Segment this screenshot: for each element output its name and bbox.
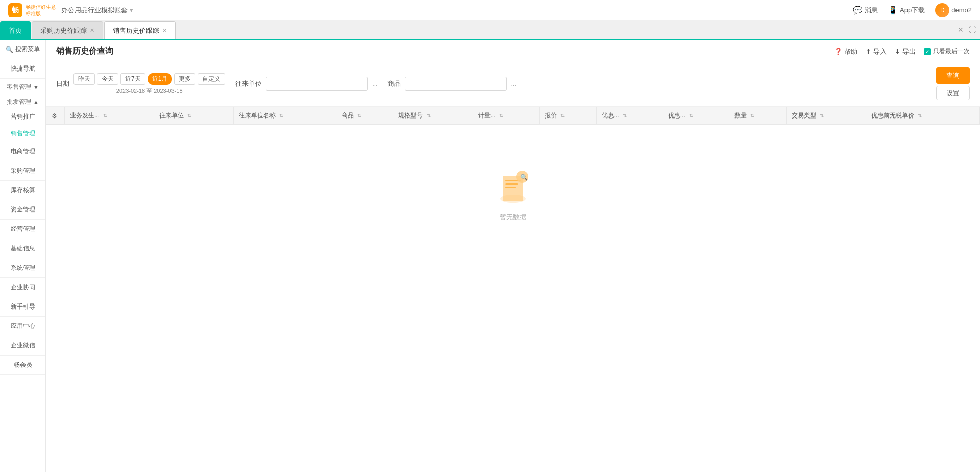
tab-sales-close[interactable]: ✕ — [162, 28, 167, 33]
export-btn[interactable]: ⬇ 导出 — [895, 47, 916, 56]
product-dots[interactable]: ... — [511, 80, 516, 87]
sort-icon-product: ⇅ — [357, 113, 361, 119]
message-btn[interactable]: 💬 消息 — [853, 6, 878, 15]
date-btn-today[interactable]: 今天 — [97, 73, 118, 85]
import-btn[interactable]: ⬆ 导入 — [866, 47, 887, 56]
query-button[interactable]: 查询 — [936, 67, 970, 84]
marketing-label: 营销推广 — [11, 113, 35, 120]
sort-icon-no-tax-price: ⇅ — [918, 113, 922, 119]
sort-icon-biz-date: ⇅ — [103, 113, 107, 119]
col-trade-type[interactable]: 交易类型 ⇅ — [786, 107, 866, 125]
counterpart-dots[interactable]: ... — [372, 80, 377, 87]
purchase-label: 采购管理 — [11, 167, 35, 175]
settings-button[interactable]: 设置 — [936, 86, 970, 100]
sidebar-item-finance[interactable]: 资金管理 — [0, 200, 45, 220]
counterpart-filter: 往来单位 ... — [235, 77, 377, 91]
date-btn-7days[interactable]: 近7天 — [120, 73, 145, 85]
date-btn-1month[interactable]: 近1月 — [148, 73, 173, 85]
tab-purchase-history[interactable]: 采购历史价跟踪 ✕ — [32, 21, 103, 39]
export-icon: ⬇ — [895, 48, 900, 55]
sidebar-item-sales[interactable]: 销售管理 — [0, 125, 45, 142]
sidebar-item-search[interactable]: 🔍 搜索菜单 — [0, 40, 45, 59]
app-selector[interactable]: 办公用品行业模拟账套 ▾ — [61, 6, 133, 15]
col-counterpart-name-label: 往来单位名称 — [239, 112, 276, 119]
tab-home-label: 首页 — [9, 26, 22, 35]
product-input[interactable] — [405, 77, 507, 91]
sort-icon-discount2: ⇅ — [689, 113, 693, 119]
col-unit[interactable]: 计量... ⇅ — [473, 107, 539, 125]
date-btn-more[interactable]: 更多 — [174, 73, 195, 85]
col-price[interactable]: 报价 ⇅ — [539, 107, 596, 125]
sidebar-item-purchase[interactable]: 采购管理 — [0, 161, 45, 181]
header-left: 畅 畅捷信好生意 标准版 办公用品行业模拟账套 ▾ — [8, 3, 133, 17]
col-settings[interactable]: ⚙ — [46, 107, 65, 125]
help-btn[interactable]: ❓ 帮助 — [834, 47, 857, 56]
app-title: 办公用品行业模拟账套 — [61, 6, 128, 15]
ecommerce-label: 电商管理 — [11, 147, 35, 156]
sidebar-item-marketing[interactable]: 营销推广 — [0, 108, 45, 125]
wholesale-arrow: ▲ — [33, 99, 39, 106]
col-price-label: 报价 — [545, 112, 557, 119]
tab-purchase-close[interactable]: ✕ — [90, 28, 94, 33]
import-icon: ⬆ — [866, 48, 871, 55]
sort-icon-spec: ⇅ — [427, 113, 431, 119]
tab-home[interactable]: 首页 — [0, 21, 31, 39]
top-header: 畅 畅捷信好生意 标准版 办公用品行业模拟账套 ▾ 💬 消息 📱 App下载 D… — [0, 0, 980, 20]
logo-icon: 畅 — [8, 3, 22, 17]
sidebar-item-retail[interactable]: 零售管理 ▼ — [0, 79, 45, 93]
search-icon: 🔍 — [6, 46, 13, 53]
date-buttons: 昨天 今天 近7天 近1月 更多 自定义 2023-02-18 至 2023-0… — [74, 73, 225, 95]
date-btn-custom[interactable]: 自定义 — [198, 73, 225, 85]
username: demo2 — [951, 6, 972, 14]
page-header: 销售历史价查询 ❓ 帮助 ⬆ 导入 ⬇ 导出 ✓ 只看最后一次 — [46, 40, 980, 61]
filters-area: 日期 昨天 今天 近7天 近1月 更多 自定义 2023-02-18 至 202… — [46, 61, 980, 107]
col-quantity-label: 数量 — [734, 112, 747, 119]
col-trade-type-label: 交易类型 — [792, 112, 816, 119]
col-counterpart-code[interactable]: 往来单位 ⇅ — [154, 107, 233, 125]
only-last-label: 只看最后一次 — [933, 47, 970, 56]
sidebar: 🔍 搜索菜单 快捷导航 零售管理 ▼ 批发管理 ▲ 营销推广 销售管理 电商管理… — [0, 40, 46, 472]
col-spec[interactable]: 规格型号 ⇅ — [393, 107, 473, 125]
close-all-icon[interactable]: ✕ — [958, 26, 964, 34]
inventory-label: 库存核算 — [11, 186, 35, 195]
wxwork-label: 企业微信 — [11, 341, 35, 350]
sort-icon-quantity: ⇅ — [750, 113, 754, 119]
user-area[interactable]: D demo2 — [935, 3, 972, 17]
col-counterpart-name[interactable]: 往来单位名称 ⇅ — [233, 107, 336, 125]
sidebar-item-inventory[interactable]: 库存核算 — [0, 181, 45, 200]
col-quantity[interactable]: 数量 ⇅ — [729, 107, 787, 125]
col-unit-label: 计量... — [478, 112, 496, 119]
sidebar-item-enterprise[interactable]: 企业协同 — [0, 278, 45, 297]
sidebar-item-basic[interactable]: 基础信息 — [0, 239, 45, 258]
sidebar-item-guide[interactable]: 新手引导 — [0, 297, 45, 317]
help-icon: ❓ — [834, 48, 842, 55]
tab-bar: 首页 采购历史价跟踪 ✕ 销售历史价跟踪 ✕ ✕ ⛶ — [0, 20, 980, 40]
sidebar-item-wholesale[interactable]: 批发管理 ▲ — [0, 93, 45, 108]
sidebar-item-member[interactable]: 畅会员 — [0, 356, 45, 375]
sidebar-item-ecommerce[interactable]: 电商管理 — [0, 142, 45, 161]
only-last-checkbox[interactable]: ✓ — [924, 48, 931, 55]
dropdown-icon: ▾ — [130, 6, 133, 14]
sidebar-item-operations[interactable]: 经营管理 — [0, 220, 45, 239]
tab-sales-history[interactable]: 销售历史价跟踪 ✕ — [104, 21, 176, 39]
col-product[interactable]: 商品 ⇅ — [336, 107, 393, 125]
sidebar-item-wxwork[interactable]: 企业微信 — [0, 336, 45, 356]
quicknav-label: 快捷导航 — [11, 64, 35, 73]
col-discount2[interactable]: 优惠... ⇅ — [663, 107, 729, 125]
sidebar-item-appcenter[interactable]: 应用中心 — [0, 317, 45, 336]
date-range-display: 2023-02-18 至 2023-03-18 — [116, 88, 183, 94]
system-label: 系统管理 — [11, 264, 35, 272]
counterpart-input[interactable] — [266, 77, 368, 91]
col-biz-date[interactable]: 业务发生... ⇅ — [65, 107, 154, 125]
col-no-tax-price[interactable]: 优惠前无税单价 ⇅ — [866, 107, 980, 125]
sidebar-item-quicknav[interactable]: 快捷导航 — [0, 59, 45, 79]
member-label: 畅会员 — [14, 361, 32, 369]
enterprise-label: 企业协同 — [11, 283, 35, 292]
download-btn[interactable]: 📱 App下载 — [888, 6, 925, 15]
col-discount1[interactable]: 优惠... ⇅ — [596, 107, 663, 125]
sidebar-item-system[interactable]: 系统管理 — [0, 258, 45, 278]
fullscreen-icon[interactable]: ⛶ — [969, 26, 976, 34]
date-filter-label: 日期 — [56, 79, 69, 88]
date-btn-yesterday[interactable]: 昨天 — [74, 73, 95, 85]
only-last-toggle[interactable]: ✓ 只看最后一次 — [924, 47, 970, 56]
